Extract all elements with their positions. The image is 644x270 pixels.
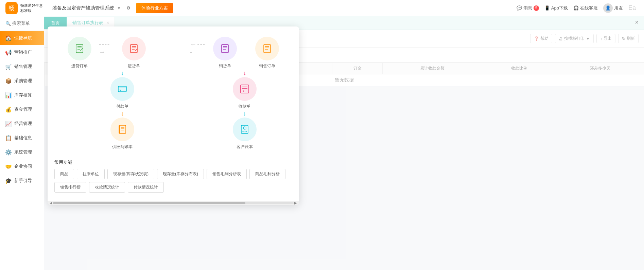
wf-label-supplier-ledger: 供应商账本 xyxy=(112,144,133,150)
page-close-icon[interactable]: × xyxy=(635,19,639,26)
func-btn-receipt-stats[interactable]: 收款情况统计 xyxy=(89,182,125,193)
wf-circle-supplier-ledger xyxy=(110,118,134,141)
sidebar-item-newbie[interactable]: 🎓 新手引导 xyxy=(0,174,44,188)
wf-label-sales-order: 销售订单 xyxy=(259,63,275,69)
workflow-row-1: 进货订单 - - - - → xyxy=(61,37,285,69)
workflow-area: 进货订单 - - - - → xyxy=(48,26,299,157)
home-icon: 🏠 xyxy=(5,35,12,41)
online-service-item[interactable]: 🎧 在线客服 xyxy=(573,5,598,11)
sidebar-item-quick-guide[interactable]: 🏠 快捷导航 xyxy=(0,31,44,45)
common-funcs-title: 常用功能 xyxy=(54,159,292,165)
search-icon: 🔍 xyxy=(5,21,11,26)
svg-rect-24 xyxy=(119,125,120,133)
func-btn-partner[interactable]: 往来单位 xyxy=(77,169,105,179)
sidebar-item-label: 库存核算 xyxy=(14,92,32,98)
wf-node-supplier-ledger[interactable]: 供应商账本 xyxy=(102,118,143,150)
func-buttons-row-1: 商品 往来单位 现存量(库存状况表) 现存量(库存分布表) 销售毛利分析表 商品… xyxy=(54,169,292,179)
wf-node-payment[interactable]: ¥ 付款单 xyxy=(102,77,143,109)
top-bar: 畅 畅康通好生意 标准版 装备及固定资产辅助管理系统 ▼ ⚙ 体验行业方案 💬 … xyxy=(0,0,644,16)
sidebar-item-inventory[interactable]: 📊 库存核算 xyxy=(0,88,44,102)
sidebar-item-marketing[interactable]: 📢 营销推广 xyxy=(0,45,44,59)
top-right-area: 💬 消息 5 📱 App下载 🎧 在线客服 👤 用友 Ea xyxy=(517,3,639,13)
content-area: 首页 销售订单执行表 × × ❓ 帮助 🖨 按模板打印 xyxy=(44,16,644,270)
workflow-row-3: ↓ xyxy=(61,109,285,150)
newbie-icon: 🎓 xyxy=(5,178,12,184)
wf-circle-sales-order xyxy=(255,37,279,60)
modal-scrollbar[interactable]: ◀ ▶ xyxy=(48,201,299,205)
search-menu-item[interactable]: 🔍 搜索菜单 xyxy=(3,19,41,28)
gear-icon[interactable]: ⚙ xyxy=(124,3,133,13)
sidebar-item-label: 营销推广 xyxy=(14,49,32,55)
sidebar-item-enterprise[interactable]: 🤝 企业协同 xyxy=(0,159,44,174)
user-item[interactable]: 👤 用友 xyxy=(603,3,623,13)
arrow-down-receipt: ↓ xyxy=(243,69,246,77)
scrollbar-thumb[interactable] xyxy=(53,202,245,204)
wf-node-receipt[interactable]: ¥ 收款单 xyxy=(224,77,265,109)
basic-info-icon: 📋 xyxy=(5,135,12,141)
wf-label-sales-bill: 销货单 xyxy=(219,63,231,69)
avatar: 👤 xyxy=(603,3,613,13)
wf-circle-purchase-order xyxy=(68,37,91,60)
enterprise-icon: 🤝 xyxy=(5,163,12,169)
wf-col-left: ↓ ¥ 付款单 xyxy=(102,69,143,109)
svg-text:¥: ¥ xyxy=(242,89,244,92)
modal-overlay: 进货订单 - - - - → xyxy=(44,16,644,270)
wf-label-customer-ledger: 客户账本 xyxy=(237,144,253,150)
logo-text: 畅康通好生意 标准版 xyxy=(20,3,43,13)
sidebar-item-operations[interactable]: 📈 经营管理 xyxy=(0,116,44,131)
sidebar-item-label: 经营管理 xyxy=(14,121,32,127)
sidebar-item-label: 企业协同 xyxy=(14,163,32,169)
sidebar-item-finance[interactable]: 💰 资金管理 xyxy=(0,102,44,116)
arrow-down-customer: ↓ xyxy=(243,109,246,118)
experience-button[interactable]: 体验行业方案 xyxy=(136,3,173,13)
func-btn-sales-ranking[interactable]: 销售排行榜 xyxy=(54,182,86,193)
sidebar-item-label: 新手引导 xyxy=(14,178,32,184)
app-download-item[interactable]: 📱 App下载 xyxy=(544,5,568,11)
sidebar-item-label: 销售管理 xyxy=(14,64,32,70)
svg-rect-4 xyxy=(130,44,137,53)
app-container: 畅 畅康通好生意 标准版 装备及固定资产辅助管理系统 ▼ ⚙ 体验行业方案 💬 … xyxy=(0,0,644,270)
wf-node-purchase-order[interactable]: 进货订单 xyxy=(61,37,98,69)
logo-icon: 畅 xyxy=(5,2,18,14)
svg-rect-12 xyxy=(264,44,271,53)
system-title-area: 装备及固定资产辅助管理系统 ▼ ⚙ xyxy=(52,3,133,13)
sidebar-item-system[interactable]: ⚙️ 系统管理 xyxy=(0,145,44,159)
sidebar-search-area[interactable]: 🔍 搜索菜单 xyxy=(0,16,44,31)
logo-area: 畅 畅康通好生意 标准版 xyxy=(5,2,50,14)
func-buttons-row-2: 销售排行榜 收款情况统计 付款情况统计 xyxy=(54,182,292,193)
wf-label-payment: 付款单 xyxy=(116,104,128,109)
scroll-left-arrow[interactable]: ◀ xyxy=(49,201,53,205)
common-funcs-area: 常用功能 商品 往来单位 现存量(库存状况表) 现存量(库存分布表) 销售毛利分… xyxy=(48,157,299,201)
sidebar-item-label: 采购管理 xyxy=(14,78,32,84)
func-btn-inventory-dist[interactable]: 现存量(库存分布表) xyxy=(157,169,204,179)
svg-rect-19 xyxy=(241,85,249,93)
func-btn-sales-profit[interactable]: 销售毛利分析表 xyxy=(207,169,247,179)
wf-circle-sales-bill xyxy=(213,37,237,60)
wf-middle-spacer xyxy=(143,69,224,109)
func-btn-product[interactable]: 商品 xyxy=(54,169,74,179)
wf-node-sales-order[interactable]: 销售订单 xyxy=(249,37,285,69)
wf-node-customer-ledger[interactable]: 客户账本 xyxy=(224,118,265,150)
sidebar-item-label: 资金管理 xyxy=(14,106,32,112)
scroll-right-arrow[interactable]: ▶ xyxy=(294,201,298,205)
func-btn-product-profit[interactable]: 商品毛利分析 xyxy=(249,169,285,179)
sidebar-item-purchase[interactable]: 📦 采购管理 xyxy=(0,74,44,88)
wf-circle-purchase-bill xyxy=(122,37,146,60)
svg-point-29 xyxy=(243,127,246,129)
system-dropdown-arrow[interactable]: ▼ xyxy=(117,6,121,11)
func-btn-inventory-status[interactable]: 现存量(库存状况表) xyxy=(107,169,154,179)
arrow-sales-order-to-bill: ← - - - - xyxy=(189,40,207,66)
app-download-icon: 📱 xyxy=(544,5,550,11)
message-item[interactable]: 💬 消息 5 xyxy=(517,5,539,11)
scrollbar-track[interactable] xyxy=(53,202,294,204)
sidebar-item-basic-info[interactable]: 📋 基础信息 xyxy=(0,131,44,145)
wf-node-sales-bill[interactable]: 销货单 xyxy=(207,37,243,69)
wf-label-purchase-order: 进货订单 xyxy=(71,63,88,69)
wf-col-right: ↓ ¥ xyxy=(224,69,265,109)
func-btn-payment-stats[interactable]: 付款情况统计 xyxy=(128,182,164,193)
wf-middle-spacer2 xyxy=(143,109,224,150)
inventory-icon: 📊 xyxy=(5,92,12,98)
wf-node-purchase-bill[interactable]: 进货单 xyxy=(116,37,152,69)
sidebar: 🔍 搜索菜单 🏠 快捷导航 📢 营销推广 🛒 销售管理 📦 采购管理 xyxy=(0,16,44,270)
sidebar-item-sales[interactable]: 🛒 销售管理 xyxy=(0,59,44,74)
